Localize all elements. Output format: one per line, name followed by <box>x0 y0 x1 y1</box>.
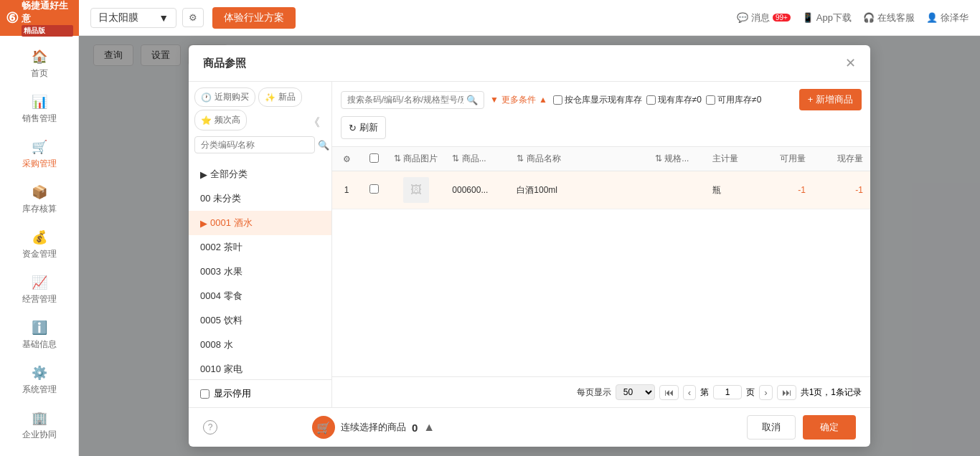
user-nav-item[interactable]: 👤 徐泽华 <box>926 11 969 24</box>
category-item-0004[interactable]: 0004 零食 <box>189 284 331 308</box>
fold-button[interactable]: ▲ <box>423 421 435 434</box>
finance-icon: 💰 <box>32 229 47 245</box>
check1-text: 按仓库显示现有库存 <box>565 94 642 106</box>
footer-buttons: 取消 确定 <box>747 415 856 440</box>
left-panel: 🕐 近期购买 ✨ 新品 ⭐ 频次高 《 <box>189 82 332 407</box>
recent-purchase-tab[interactable]: 🕐 近期购买 <box>194 87 255 107</box>
check1-input[interactable] <box>553 95 562 105</box>
sidebar-item-sales[interactable]: 📊 销售管理 <box>0 87 78 132</box>
show-disabled-label[interactable]: 显示停用 <box>214 387 251 400</box>
select-all-checkbox[interactable] <box>369 153 379 163</box>
arrow-icon: ▶ <box>200 218 207 229</box>
product-image: 🖼 <box>403 177 429 203</box>
modal-title: 商品参照 <box>203 57 246 70</box>
category-label: 0010 家电 <box>200 363 242 376</box>
sidebar-item-guide[interactable]: 🎯 新手引导 <box>0 448 78 456</box>
main-layout: 🏠 首页 📊 销售管理 🛒 采购管理 📦 库存核算 💰 资金管理 📈 经营管理 … <box>0 36 980 456</box>
cart-label: 连续选择的商品 <box>341 421 406 434</box>
sidebar-item-inventory[interactable]: 📦 库存核算 <box>0 177 78 222</box>
messages-nav-item[interactable]: 💬 消息 99+ <box>737 11 791 24</box>
inventory-icon: 📦 <box>32 184 47 200</box>
user-name: 徐泽华 <box>941 11 969 24</box>
per-page-select[interactable]: 50 100 200 <box>616 384 655 400</box>
add-product-button[interactable]: + 新增商品 <box>799 89 862 110</box>
messages-label: 消息 <box>751 11 770 24</box>
filter-button[interactable]: ▼ 更多条件 ▲ <box>490 94 547 106</box>
cancel-button[interactable]: 取消 <box>747 415 796 440</box>
search-icon[interactable]: 🔍 <box>318 140 329 151</box>
table-row[interactable]: 1 🖼 000600... 白酒100ml 瓶 <box>332 171 870 209</box>
search-input[interactable] <box>347 95 463 105</box>
category-item-0008[interactable]: 0008 水 <box>189 333 331 357</box>
collapse-button[interactable]: 《 <box>308 115 320 130</box>
right-panel: 🔍 ▼ 更多条件 ▲ 按仓库显示现有库存 <box>332 82 870 407</box>
row-checkbox[interactable] <box>369 184 379 194</box>
row-check[interactable] <box>361 171 387 209</box>
show-disabled-checkbox[interactable] <box>200 389 209 399</box>
confirm-button[interactable]: 确定 <box>803 415 856 440</box>
show-disabled-area: 显示停用 <box>189 379 331 407</box>
sidebar-item-operations[interactable]: 📈 经营管理 <box>0 267 78 313</box>
headset-icon: 🎧 <box>863 12 875 23</box>
sidebar-item-basic-info[interactable]: ℹ️ 基础信息 <box>0 313 78 358</box>
logo-icon: ⑥ <box>6 9 19 27</box>
modal-overlay: 商品参照 ✕ 🕐 近期购买 ✨ 新 <box>79 36 980 456</box>
arrow-icon: ▶ <box>200 169 207 180</box>
trial-button[interactable]: 体验行业方案 <box>212 7 296 29</box>
category-item-0001[interactable]: ▶ 0001 酒水 <box>189 211 331 235</box>
sidebar-item-enterprise[interactable]: 🏢 企业协同 <box>0 403 78 448</box>
total-pages-text: 共1页，1条记录 <box>801 386 862 399</box>
category-item-0003[interactable]: 0003 水果 <box>189 260 331 284</box>
next-page-button[interactable]: › <box>759 385 772 400</box>
category-item-00[interactable]: 00 未分类 <box>189 186 331 211</box>
search-icon: 🔍 <box>466 95 478 105</box>
help-icon[interactable]: ? <box>203 420 217 434</box>
operations-icon: 📈 <box>32 275 47 290</box>
category-item-0002[interactable]: 0002 茶叶 <box>189 235 331 260</box>
sidebar-item-purchase[interactable]: 🛒 采购管理 <box>0 132 78 177</box>
check2-label[interactable]: 现有库存≠0 <box>646 94 702 106</box>
category-search: 🔍 <box>189 130 331 159</box>
online-service-nav-item[interactable]: 🎧 在线客服 <box>863 11 915 24</box>
nav-dropdown[interactable]: 日太阳膜 ▼ <box>90 8 176 28</box>
first-page-button[interactable]: ⏮ <box>659 385 679 400</box>
check3-label[interactable]: 可用库存≠0 <box>706 94 761 106</box>
system-icon: ⚙️ <box>32 365 47 381</box>
page-number-input[interactable] <box>713 385 742 399</box>
category-label: 0004 零食 <box>200 290 242 303</box>
frequent-tab[interactable]: ⭐ 频次高 <box>194 110 247 130</box>
check2-input[interactable] <box>646 95 656 105</box>
row-code: 000600... <box>445 171 509 209</box>
refresh-button[interactable]: ↻ 刷新 <box>341 116 386 139</box>
product-table: ⚙ ⇅ 商品图片 ⇅ 商品... ⇅ 商品名称 ⇅ 规格... 主计量 可用量 <box>332 147 870 209</box>
logo-sub: 精品版 <box>22 25 73 37</box>
app-download-nav-item[interactable]: 📱 App下载 <box>802 11 852 24</box>
new-icon: ✨ <box>265 92 275 103</box>
prev-page-button[interactable]: ‹ <box>683 385 696 400</box>
sidebar-item-home[interactable]: 🏠 首页 <box>0 42 78 87</box>
product-reference-modal: 商品参照 ✕ 🕐 近期购买 ✨ 新 <box>189 45 870 447</box>
category-search-input[interactable] <box>194 136 315 153</box>
category-item-0005[interactable]: 0005 饮料 <box>189 308 331 333</box>
modal-close-button[interactable]: ✕ <box>845 55 856 71</box>
category-item-0010[interactable]: 0010 家电 <box>189 357 331 379</box>
sidebar-item-label: 采购管理 <box>22 158 57 170</box>
category-item-all[interactable]: ▶ 全部分类 <box>189 162 331 186</box>
col-header-stock: 现存量 <box>813 147 870 171</box>
check1-label[interactable]: 按仓库显示现有库存 <box>553 94 642 106</box>
sidebar-item-system[interactable]: ⚙️ 系统管理 <box>0 358 78 403</box>
logo: ⑥ 畅捷通好生意 精品版 <box>0 0 79 36</box>
cart-area: 🛒 连续选择的商品 0 ▲ <box>312 416 435 439</box>
home-icon: 🏠 <box>32 49 47 65</box>
table-header-row: ⚙ ⇅ 商品图片 ⇅ 商品... ⇅ 商品名称 ⇅ 规格... 主计量 可用量 <box>332 147 870 171</box>
sidebar-item-finance[interactable]: 💰 资金管理 <box>0 222 78 267</box>
check3-input[interactable] <box>706 95 715 105</box>
sidebar-item-label: 系统管理 <box>22 384 57 396</box>
star-icon: ⭐ <box>201 115 212 125</box>
row-num: 1 <box>332 171 361 209</box>
last-page-button[interactable]: ⏭ <box>777 385 796 400</box>
settings-button[interactable]: ⚙ <box>182 8 204 27</box>
col-header-settings: ⚙ <box>332 147 361 171</box>
row-img: 🖼 <box>387 171 445 209</box>
new-product-tab[interactable]: ✨ 新品 <box>258 87 302 107</box>
